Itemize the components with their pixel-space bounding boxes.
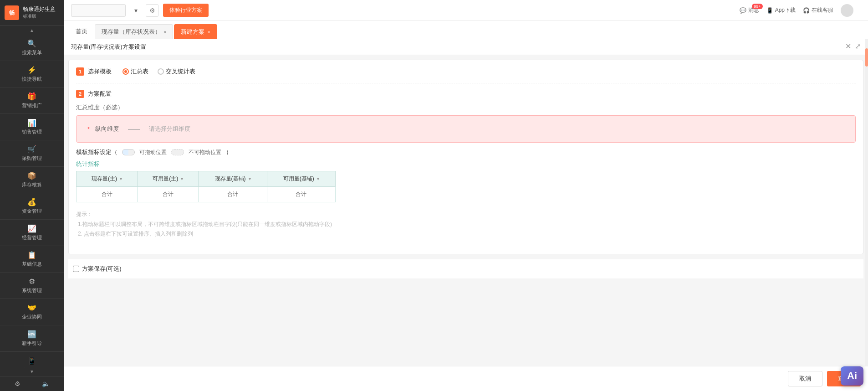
dimension-label: 汇总维度（必选） xyxy=(76,103,856,112)
sidebar-bottom: ⚙ 🔈 xyxy=(0,376,64,391)
cell-0-0: 合计 xyxy=(77,187,138,202)
sidebar-item-apps[interactable]: 📱 应用中心 xyxy=(0,352,64,367)
messages-btn[interactable]: 💬 消息 99+ xyxy=(740,6,759,14)
lightning-icon: ⚡ xyxy=(27,66,36,74)
stats-label: 统计指标 xyxy=(76,160,856,168)
right-scrollbar[interactable] xyxy=(865,39,868,366)
headset-icon: 🎧 xyxy=(803,7,810,14)
tip-item-2: 2. 点击标题栏下拉可设置排序、插入列和删除列 xyxy=(76,229,856,239)
app-name: 畅康通好生意 xyxy=(23,6,56,13)
settings-bottom-icon[interactable]: ⚙ xyxy=(15,380,20,387)
sidebar-item-label: 资金管理 xyxy=(22,208,42,215)
topbar-search-input[interactable] xyxy=(71,4,126,17)
step2-num: 2 xyxy=(76,90,84,98)
app-logo-icon: 畅 xyxy=(5,5,19,20)
trial-industry-btn[interactable]: 体验行业方案 xyxy=(163,4,209,17)
dimension-box: * 纵向维度 —— 请选择分组维度 xyxy=(76,115,856,143)
col-header-2[interactable]: 现存量(基辅) ▾ xyxy=(199,171,267,187)
sidebar-item-label: 新手引导 xyxy=(22,340,42,347)
sidebar-item-label: 库存核算 xyxy=(22,181,42,188)
sidebar-item-inventory[interactable]: 📦 库存核算 xyxy=(0,167,64,193)
sidebar-item-label: 企业协同 xyxy=(22,314,42,320)
sidebar-item-marketing[interactable]: 🎁 营销推广 xyxy=(0,87,64,114)
sidebar-item-newbie[interactable]: 🆕 新手引导 xyxy=(0,325,64,352)
table-row: 合计 合计 合计 合计 xyxy=(77,187,336,202)
vertical-dim-label: 纵向维度 xyxy=(95,125,119,133)
window-expand-btn[interactable]: ⤢ xyxy=(855,42,861,51)
tab-new-plan-label: 新建方案 xyxy=(181,28,204,36)
sidebar-item-label: 快捷导航 xyxy=(22,76,42,82)
draggable-indicator-badge xyxy=(122,149,135,155)
tab-inventory-close-icon[interactable]: × xyxy=(163,29,166,35)
radio-summary-table[interactable]: 汇总表 xyxy=(123,67,148,76)
cancel-button[interactable]: 取消 xyxy=(788,371,822,386)
topbar-dropdown-btn[interactable]: ▾ xyxy=(130,5,141,16)
sidebar-item-finance[interactable]: 💰 资金管理 xyxy=(0,193,64,220)
tips-title: 提示： xyxy=(76,210,856,220)
sidebar-item-basic-info[interactable]: 📋 基础信息 xyxy=(0,246,64,273)
sidebar-item-search[interactable]: 🔍 搜索菜单 xyxy=(0,35,64,61)
sidebar-item-shortcuts[interactable]: ⚡ 快捷导航 xyxy=(0,61,64,87)
col-header-0[interactable]: 现存量(主) ▾ xyxy=(77,171,138,187)
sidebar-item-sales[interactable]: 📊 销售管理 xyxy=(0,114,64,140)
col-header-3[interactable]: 可用量(基辅) ▾ xyxy=(267,171,335,187)
cell-0-1: 合计 xyxy=(138,187,199,202)
sidebar-item-label: 基础信息 xyxy=(22,261,42,268)
money-icon: 💰 xyxy=(27,198,36,206)
topbar-gear-btn[interactable]: ⚙ xyxy=(146,4,158,17)
sidebar-item-label: 采购管理 xyxy=(22,155,42,162)
new-icon: 🆕 xyxy=(27,330,36,339)
col-0-dropdown-icon[interactable]: ▾ xyxy=(120,176,122,181)
sidebar-item-system[interactable]: ⚙ 系统管理 xyxy=(0,273,64,299)
customer-service-btn[interactable]: 🎧 在线客服 xyxy=(803,6,833,14)
app-download-label: App下载 xyxy=(775,6,796,14)
col-2-name: 现存量(基辅) xyxy=(215,175,246,183)
sidebar-item-operations[interactable]: 📈 经营管理 xyxy=(0,220,64,246)
radio-cross-table[interactable]: 交叉统计表 xyxy=(158,67,195,76)
handshake-icon: 🤝 xyxy=(27,304,36,312)
col-1-name: 可用量(主) xyxy=(153,175,178,183)
topbar-right: 💬 消息 99+ 📱 App下载 🎧 在线客服 xyxy=(740,4,861,17)
col-header-1[interactable]: 可用量(主) ▾ xyxy=(138,171,199,187)
col-3-dropdown-icon[interactable]: ▾ xyxy=(317,176,319,181)
radio-summary-circle xyxy=(123,68,129,75)
step1-section: 1 选择模板 汇总表 交叉统计表 xyxy=(76,67,856,76)
tip-2-text: 2. 点击标题栏下拉可设置排序、插入列和删除列 xyxy=(78,229,193,239)
tip-item-1: 1.拖动标题栏可以调整布局，不可跨维度或指标区域拖动栏目字段(只能在同一维度或指… xyxy=(76,220,856,230)
sidebar-item-cooperation[interactable]: 🤝 企业协同 xyxy=(0,299,64,325)
radio-cross-circle xyxy=(158,68,164,75)
radio-cross-label: 交叉统计表 xyxy=(166,67,195,76)
ai-badge[interactable]: Ai xyxy=(841,366,863,386)
required-star: * xyxy=(87,126,90,133)
sidebar-nav: 🔍 搜索菜单 ⚡ 快捷导航 🎁 营销推广 📊 销售管理 🛒 采购管理 📦 库存核… xyxy=(0,35,64,367)
list-icon: 📋 xyxy=(27,251,36,259)
col-1-dropdown-icon[interactable]: ▾ xyxy=(181,176,183,181)
tab-inventory[interactable]: 现存量（库存状况表） × xyxy=(95,24,173,39)
sidebar-scroll-up[interactable]: ▲ xyxy=(0,26,64,35)
save-checkbox[interactable] xyxy=(73,266,79,272)
download-icon: 📱 xyxy=(766,7,773,14)
col-3-name: 可用量(基辅) xyxy=(283,175,314,183)
content-area: ✕ ⤢ 现存量(库存状况表)方案设置 1 选择模板 汇总表 xyxy=(64,39,868,366)
dim-placeholder[interactable]: 请选择分组维度 xyxy=(149,125,190,133)
sidebar-item-purchase[interactable]: 🛒 采购管理 xyxy=(0,140,64,167)
tabs-bar: 首页 现存量（库存状况表） × 新建方案 × xyxy=(64,21,868,39)
tab-home[interactable]: 首页 xyxy=(69,24,94,39)
window-close-btn[interactable]: ✕ xyxy=(845,42,851,51)
cart-icon: 🛒 xyxy=(27,145,36,154)
gear-icon: ⚙ xyxy=(29,277,35,286)
user-avatar[interactable] xyxy=(841,4,853,17)
sidebar-scroll-down[interactable]: ▼ xyxy=(0,367,64,376)
template-radio-group: 汇总表 交叉统计表 xyxy=(123,67,195,76)
audio-icon[interactable]: 🔈 xyxy=(42,380,50,387)
col-2-dropdown-icon[interactable]: ▾ xyxy=(249,176,251,181)
tab-new-plan[interactable]: 新建方案 × xyxy=(174,24,217,39)
save-label: 方案保存(可选) xyxy=(82,265,122,273)
indicator-header: 模板指标设定（ 可拖动位置 不可拖动位置 ） xyxy=(76,148,856,156)
stats-section: 统计指标 现存量(主) ▾ xyxy=(76,160,856,202)
app-download-btn[interactable]: 📱 App下载 xyxy=(766,6,796,14)
stats-table: 现存量(主) ▾ 可用量(主) ▾ xyxy=(76,171,336,202)
main-area: ▾ ⚙ 体验行业方案 💬 消息 99+ 📱 App下载 🎧 在线客服 首页 xyxy=(64,0,868,391)
tab-new-plan-close-icon[interactable]: × xyxy=(207,29,210,35)
messages-badge: 99+ xyxy=(752,4,762,9)
